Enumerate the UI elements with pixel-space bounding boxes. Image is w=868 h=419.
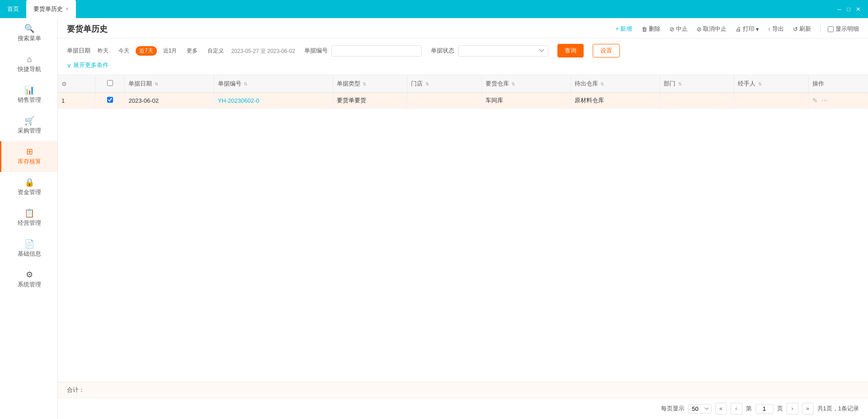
page-title: 要货单历史 (67, 24, 108, 34)
search-icon: 🔍 (24, 24, 34, 33)
cell-type: 要货单要货 (333, 93, 407, 109)
pagination: 每页显示 20 50 100 « ‹ 第 页 › » 共1页，1条记录 (58, 398, 868, 419)
date-btn-today[interactable]: 今天 (115, 46, 133, 56)
sort-date-icon[interactable]: ⇅ (155, 81, 158, 86)
date-range-display: 2023-05-27 至 2023-06-02 (231, 48, 295, 55)
document-icon: 📄 (24, 240, 34, 248)
col-header-checkbox (95, 75, 125, 93)
date-btn-lastmonth[interactable]: 近1月 (160, 46, 181, 56)
cell-checkbox[interactable] (95, 93, 125, 109)
new-button[interactable]: + 新增 (613, 24, 634, 34)
col-header-number: 单据编号 ⇅ (214, 75, 333, 93)
stop-button[interactable]: ⊘ 中止 (668, 24, 689, 34)
select-all-checkbox[interactable] (107, 80, 113, 86)
settings-button[interactable]: 设置 (593, 44, 620, 57)
gear-icon: ⚙ (26, 271, 33, 279)
prev-page-button[interactable]: ‹ (731, 403, 742, 414)
sidebar-item-label: 销售管理 (18, 96, 41, 104)
first-page-button[interactable]: « (715, 403, 727, 414)
table-footer: 合计： (58, 382, 868, 398)
home-icon: ⌂ (27, 55, 32, 63)
sidebar-item-label: 基础信息 (18, 250, 41, 258)
page-label-suffix: 页 (777, 405, 783, 413)
row-checkbox[interactable] (107, 97, 113, 103)
print-button[interactable]: 🖨 打印 ▾ (734, 24, 761, 34)
sort-number-icon[interactable]: ⇅ (244, 81, 247, 86)
sidebar-item-shortcut[interactable]: ⌂ 快捷导航 (0, 49, 57, 80)
show-detail-toggle[interactable]: 显示明细 (828, 25, 859, 33)
sidebar-item-label: 资金管理 (18, 188, 41, 196)
next-page-button[interactable]: › (787, 403, 798, 414)
print-icon: 🖨 (736, 26, 741, 33)
sidebar-item-label: 系统管理 (18, 281, 41, 289)
tab-home[interactable]: 首页 (0, 0, 26, 18)
sidebar-item-inventory[interactable]: ⊞ 库存核算 (0, 141, 57, 172)
sidebar: 🔍 搜索菜单 ⌂ 快捷导航 📊 销售管理 🛒 采购管理 ⊞ 库存核算 🔒 资金管… (0, 18, 58, 419)
sort-handler-icon[interactable]: ⇅ (758, 81, 762, 86)
date-btn-more[interactable]: 更多 (183, 46, 201, 56)
sort-store-icon[interactable]: ⇅ (425, 81, 429, 86)
table-row[interactable]: 1 2023-06-02 YH-20230602-0 要货单要货 车间库 原材料… (58, 93, 868, 109)
sidebar-item-sales[interactable]: 📊 销售管理 (0, 80, 57, 110)
export-button[interactable]: ↑ 导出 (766, 24, 786, 34)
date-btn-custom[interactable]: 自定义 (204, 46, 227, 56)
col-header-ops: 操作 (808, 75, 868, 93)
page-size-label: 每页显示 (661, 405, 684, 413)
col-header-handler: 经手人 ⇅ (734, 75, 808, 93)
status-filter-group: 单据状态 (431, 45, 548, 57)
status-select[interactable] (458, 45, 548, 57)
tab-order-history-label: 要货单历史 (33, 5, 63, 13)
close-icon[interactable]: ✕ (856, 6, 861, 13)
chart-icon: 📊 (24, 86, 34, 94)
order-number-link[interactable]: YH-20230602-0 (218, 97, 259, 104)
date-filter-group: 单据日期 昨天 今天 近7天 近1月 更多 自定义 2023-05-27 至 2… (67, 46, 295, 56)
expand-more-button[interactable]: ∨ 展开更多条件 (67, 61, 859, 69)
sidebar-item-purchase[interactable]: 🛒 采购管理 (0, 110, 57, 141)
filter-row: 单据日期 昨天 今天 近7天 近1月 更多 自定义 2023-05-27 至 2… (67, 44, 859, 57)
order-no-input[interactable] (331, 45, 422, 57)
delete-button[interactable]: 🗑 删除 (640, 24, 662, 34)
col-header-store: 门店 ⇅ (407, 75, 481, 93)
query-button[interactable]: 查询 (557, 44, 584, 57)
sidebar-item-finance[interactable]: 🔒 资金管理 (0, 172, 57, 203)
sort-type-icon[interactable]: ⇅ (363, 81, 366, 86)
cell-pending-wh: 原材料仓库 (571, 93, 660, 109)
date-btn-last7[interactable]: 近7天 (136, 46, 157, 56)
sidebar-item-basic[interactable]: 📄 基础信息 (0, 233, 57, 264)
cell-ops: ✎ ⋯ (808, 93, 868, 109)
page-label-prefix: 第 (746, 405, 752, 413)
sort-pending-wh-icon[interactable]: ⇅ (600, 81, 604, 86)
grid-icon: ⊞ (26, 148, 33, 156)
page-number-input[interactable] (755, 404, 774, 414)
cancel-stop-button[interactable]: ⊘ 取消中止 (695, 24, 728, 34)
date-btn-yesterday[interactable]: 昨天 (94, 46, 112, 56)
delete-icon: 🗑 (642, 26, 647, 33)
sidebar-item-search[interactable]: 🔍 搜索菜单 (0, 18, 57, 49)
window-controls: ─ □ ✕ (837, 6, 868, 13)
sort-warehouse-icon[interactable]: ⇅ (511, 81, 515, 86)
summary-label: 合计： (67, 386, 85, 393)
tab-order-history[interactable]: 要货单历史 × (26, 0, 76, 18)
row-more-icon[interactable]: ⋯ (821, 97, 828, 104)
maximize-icon[interactable]: □ (847, 6, 850, 13)
col-header-pending-wh: 待出仓库 ⇅ (571, 75, 660, 93)
col-header-dept: 部门 ⇅ (660, 75, 734, 93)
minimize-icon[interactable]: ─ (837, 6, 841, 13)
print-dropdown-icon: ▾ (756, 26, 759, 33)
last-page-button[interactable]: » (802, 403, 814, 414)
cell-date: 2023-06-02 (125, 93, 214, 109)
order-no-label: 单据编号 (304, 47, 328, 55)
sort-dept-icon[interactable]: ⇅ (678, 81, 682, 86)
page-header: 要货单历史 + 新增 🗑 删除 ⊘ 中止 ⊘ 取消中止 🖨 打印 (58, 18, 868, 38)
table-settings-icon[interactable]: ⚙ (61, 81, 67, 87)
row-edit-icon[interactable]: ✎ (812, 97, 818, 104)
sidebar-item-system[interactable]: ⚙ 系统管理 (0, 264, 57, 295)
sidebar-item-operations[interactable]: 📋 经营管理 (0, 203, 57, 233)
refresh-button[interactable]: ↺ 刷新 (791, 24, 813, 34)
page-size-select[interactable]: 20 50 100 (688, 404, 712, 414)
show-detail-checkbox[interactable] (828, 26, 834, 32)
refresh-icon: ↺ (793, 26, 798, 33)
tab-close-icon[interactable]: × (66, 6, 69, 12)
stop-icon: ⊘ (670, 26, 675, 33)
cell-number: YH-20230602-0 (214, 93, 333, 109)
